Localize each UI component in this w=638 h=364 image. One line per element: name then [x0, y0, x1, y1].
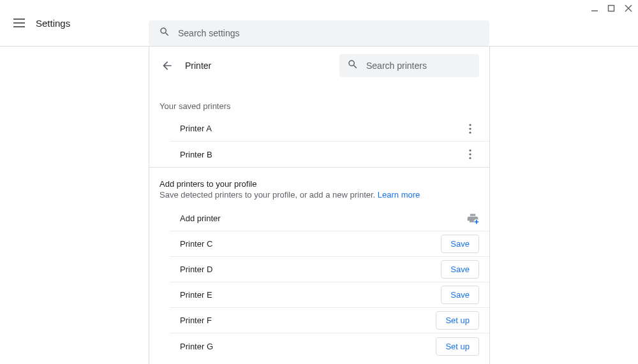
svg-point-8	[469, 127, 471, 129]
add-printer-row[interactable]: Add printer	[170, 206, 489, 231]
printer-settings-panel: Printer Your saved printers Printer A Pr…	[149, 47, 490, 364]
add-printers-label: Add printers to your profile	[149, 168, 489, 190]
detected-printer-row: Printer C Save	[170, 231, 489, 257]
page-title: Printer	[185, 61, 211, 71]
saved-printers-label: Your saved printers	[149, 85, 489, 116]
svg-point-9	[469, 131, 471, 133]
save-button[interactable]: Save	[441, 235, 479, 253]
printer-name: Printer E	[170, 290, 441, 300]
more-menu-button[interactable]	[461, 145, 479, 163]
save-button[interactable]: Save	[441, 260, 479, 279]
printer-name: Printer B	[170, 150, 461, 159]
saved-printer-row: Printer A	[170, 116, 489, 142]
search-settings[interactable]	[149, 20, 489, 46]
learn-more-link[interactable]: Learn more	[378, 190, 420, 200]
add-printers-list: Add printer Printer C Save Printer D Sav…	[149, 206, 489, 359]
saved-printers-list: Printer A Printer B	[149, 116, 489, 167]
printer-name: Printer G	[170, 342, 436, 351]
printer-name: Printer D	[170, 265, 441, 274]
search-icon	[347, 59, 359, 73]
more-menu-button[interactable]	[461, 120, 479, 138]
printer-search-input[interactable]	[366, 61, 479, 71]
detected-printer-row: Printer E Save	[170, 282, 489, 308]
top-bar: Settings	[0, 0, 638, 47]
setup-button[interactable]: Set up	[436, 337, 479, 356]
add-printer-label: Add printer	[170, 214, 466, 223]
svg-point-11	[469, 153, 471, 155]
search-icon	[159, 26, 170, 40]
printer-name: Printer C	[170, 239, 441, 249]
svg-point-10	[469, 149, 471, 151]
detected-printer-row: Printer F Set up	[170, 308, 489, 333]
search-settings-input[interactable]	[178, 28, 489, 38]
app-title: Settings	[36, 18, 70, 29]
add-printers-subtext-text: Save detected printers to your profile, …	[160, 190, 378, 200]
back-button[interactable]	[160, 58, 175, 73]
detected-printer-row: Printer D Save	[170, 257, 489, 282]
printer-name: Printer F	[170, 316, 436, 325]
setup-button[interactable]: Set up	[436, 311, 479, 330]
menu-button[interactable]	[11, 15, 27, 31]
save-button[interactable]: Save	[441, 286, 479, 304]
svg-point-12	[469, 157, 471, 159]
svg-point-7	[469, 124, 471, 126]
printer-name: Printer A	[170, 124, 461, 133]
subheader: Printer	[149, 47, 489, 85]
add-printers-subtext: Save detected printers to your profile, …	[149, 190, 489, 202]
saved-printer-row: Printer B	[170, 142, 489, 167]
detected-printer-row: Printer G Set up	[170, 333, 489, 359]
add-printer-icon[interactable]	[466, 212, 479, 225]
printer-search[interactable]	[339, 54, 479, 77]
